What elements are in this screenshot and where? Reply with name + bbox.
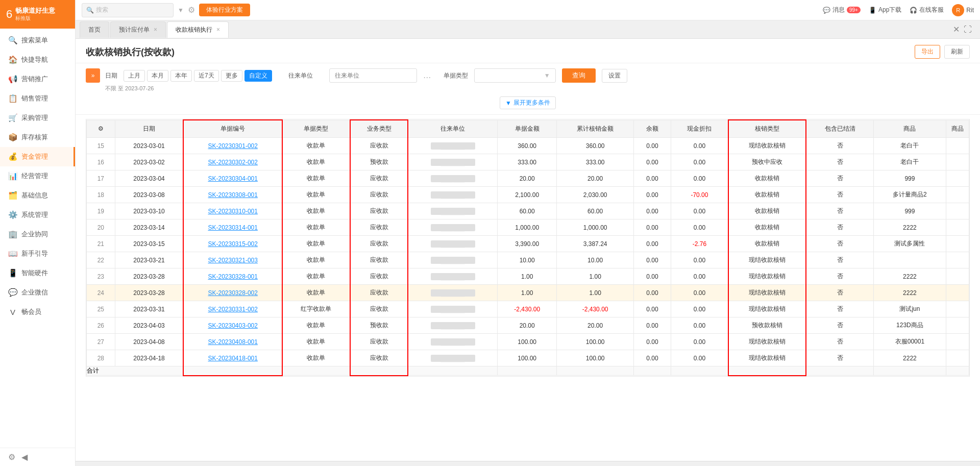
- bill-no-link[interactable]: SK-20230328-001: [208, 273, 257, 280]
- tab-receipt-cancel[interactable]: 收款核销执行 ×: [167, 21, 229, 38]
- tab-pre-pay-label: 预计应付单: [119, 26, 150, 34]
- cell-cancel-type: 现结收款核销: [728, 285, 806, 301]
- expand-btn[interactable]: ▼ 展开更多条件: [500, 96, 556, 109]
- bill-no-link[interactable]: SK-20230321-003: [208, 257, 257, 264]
- date-this-year-btn[interactable]: 本年: [170, 70, 192, 82]
- cell-include-settled: 否: [806, 138, 873, 154]
- export-btn[interactable]: 导出: [915, 45, 940, 59]
- col-goods2: 商品: [946, 120, 969, 138]
- bill-no-link[interactable]: SK-20230301-002: [208, 142, 257, 150]
- bill-no-link[interactable]: SK-20230331-002: [208, 306, 257, 313]
- dots-icon[interactable]: …: [423, 71, 431, 80]
- sidebar-label-inventory: 库存核算: [21, 133, 48, 142]
- sidebar-item-guide[interactable]: 📖新手引导: [0, 244, 75, 263]
- sidebar-icon-wechat: 💬: [8, 288, 17, 297]
- dropdown-arrow[interactable]: ▼: [178, 7, 184, 14]
- cell-cancel-type: 现结收款核销: [728, 268, 806, 285]
- cell-include-settled: 否: [806, 350, 873, 366]
- sidebar-item-system[interactable]: ⚙️系统管理: [0, 205, 75, 225]
- logo-icon: 6: [6, 8, 12, 21]
- user-item[interactable]: R Rit: [952, 4, 974, 16]
- filter-toggle-btn[interactable]: »: [86, 68, 100, 83]
- cell-include-settled: 否: [806, 285, 873, 301]
- sidebar-item-marketing[interactable]: 📢营销推广: [0, 69, 75, 89]
- sidebar-icon-inventory: 📦: [8, 133, 17, 142]
- receipt-type-select[interactable]: ▼: [474, 68, 556, 83]
- cell-bill-no: SK-20230302-002: [183, 154, 282, 170]
- cell-goods: 2222: [873, 350, 946, 366]
- tab-close-all-icon[interactable]: ✕: [953, 24, 960, 34]
- cell-date: 2023-03-31: [115, 301, 183, 317]
- bill-no-link[interactable]: SK-20230308-001: [208, 191, 257, 199]
- bill-no-link[interactable]: SK-20230403-002: [208, 322, 257, 329]
- date-7days-btn[interactable]: 近7天: [194, 70, 219, 82]
- date-this-month-btn[interactable]: 本月: [147, 70, 168, 82]
- query-btn[interactable]: 查询: [562, 68, 596, 83]
- refresh-btn[interactable]: 刷新: [944, 45, 970, 59]
- cell-bill-type: 收款单: [282, 138, 350, 154]
- sidebar-item-enterprise[interactable]: 🏢企业协同: [0, 225, 75, 244]
- sidebar-item-member[interactable]: V畅会员: [0, 302, 75, 322]
- table-row: 17 2023-03-04 SK-20230304-001 收款单 应收款 ██…: [87, 170, 969, 187]
- sidebar-item-hardware[interactable]: 📱智能硬件: [0, 263, 75, 283]
- setting-btn[interactable]: 设置: [602, 69, 627, 83]
- bill-no-link[interactable]: SK-20230315-002: [208, 240, 257, 248]
- sidebar-item-operation[interactable]: 📊经营管理: [0, 166, 75, 186]
- col-gear[interactable]: ⚙: [87, 120, 115, 138]
- cell-amount: 1.00: [498, 268, 557, 285]
- table-row: 27 2023-04-08 SK-20230408-001 收款单 应收款 ██…: [87, 334, 969, 350]
- date-more-btn[interactable]: 更多: [221, 70, 242, 82]
- sidebar-item-purchase[interactable]: 🛒采购管理: [0, 108, 75, 128]
- sidebar-item-inventory[interactable]: 📦库存核算: [0, 128, 75, 147]
- bill-no-link[interactable]: SK-20230408-001: [208, 338, 257, 346]
- cell-include-settled: 否: [806, 301, 873, 317]
- bill-no-link[interactable]: SK-20230418-001: [208, 355, 257, 362]
- sidebar-item-basic-info[interactable]: 🗂️基础信息: [0, 186, 75, 205]
- bill-no-link[interactable]: SK-20230328-002: [208, 289, 257, 297]
- bill-no-link[interactable]: SK-20230310-001: [208, 208, 257, 215]
- message-item[interactable]: 💬 消息 99+: [823, 6, 861, 14]
- cell-bill-type: 收款单: [282, 252, 350, 268]
- partner-input[interactable]: [329, 68, 417, 83]
- cell-cancel-amount: 100.00: [557, 350, 634, 366]
- online-service-item[interactable]: 🎧 在线客服: [910, 6, 944, 14]
- cell-cancel-amount: 333.00: [557, 154, 634, 170]
- tab-fullscreen-icon[interactable]: ⛶: [964, 25, 972, 34]
- cell-goods2: [946, 301, 969, 317]
- cell-discount: 0.00: [671, 268, 728, 285]
- cell-cancel-amount: 1,000.00: [557, 219, 634, 236]
- topbar-search[interactable]: 🔍 搜索: [82, 3, 174, 17]
- sidebar-item-finance[interactable]: 💰资金管理: [0, 147, 75, 166]
- cell-cancel-type: 收款核销: [728, 236, 806, 252]
- date-custom-btn[interactable]: 自定义: [244, 70, 272, 82]
- date-last-month-btn[interactable]: 上月: [124, 70, 145, 82]
- sidebar-item-wechat[interactable]: 💬企业微信: [0, 283, 75, 302]
- sidebar-label-wechat: 企业微信: [21, 288, 48, 297]
- data-table: ⚙ 日期 单据编号 单据类型 业务类型 往来单位 单据金额 累计核销金额 余额 …: [86, 119, 969, 376]
- scrollbar-area[interactable]: [76, 461, 980, 466]
- gear-icon[interactable]: ⚙: [188, 5, 195, 15]
- sidebar-item-quick-nav[interactable]: 🏠快捷导航: [0, 50, 75, 69]
- sidebar-icon-guide: 📖: [8, 249, 17, 258]
- cell-num: 15: [87, 138, 115, 154]
- table-row: 23 2023-03-28 SK-20230328-001 收款单 应收款 ██…: [87, 268, 969, 285]
- tab-pre-pay-close[interactable]: ×: [154, 26, 157, 33]
- sidebar-item-search-menu[interactable]: 🔍搜索菜单: [0, 31, 75, 50]
- settings-icon[interactable]: ⚙: [8, 452, 15, 462]
- app-download-item[interactable]: 📱 App下载: [869, 6, 901, 14]
- topbar: 🔍 搜索 ▼ ⚙ 体验行业方案 💬 消息 99+ 📱 App下载 🎧 在线客服 …: [76, 0, 980, 20]
- cell-bill-no: SK-20230315-002: [183, 236, 282, 252]
- solution-btn[interactable]: 体验行业方案: [199, 4, 250, 16]
- bill-no-link[interactable]: SK-20230302-002: [208, 159, 257, 166]
- collapse-icon[interactable]: ◀: [21, 452, 28, 462]
- bill-no-link[interactable]: SK-20230304-001: [208, 175, 257, 182]
- tab-pre-pay[interactable]: 预计应付单 ×: [110, 21, 166, 38]
- sidebar-item-sales[interactable]: 📋销售管理: [0, 89, 75, 108]
- tab-receipt-cancel-close[interactable]: ×: [216, 26, 220, 33]
- page-content: 收款核销执行(按收款) 导出 刷新 » 日期 上月 本月 本年: [76, 39, 980, 466]
- search-icon: 🔍: [86, 7, 94, 14]
- bill-no-link[interactable]: SK-20230314-001: [208, 224, 257, 231]
- sidebar-label-member: 畅会员: [21, 307, 41, 316]
- sidebar-label-sales: 销售管理: [21, 94, 48, 103]
- tab-home[interactable]: 首页: [80, 21, 109, 38]
